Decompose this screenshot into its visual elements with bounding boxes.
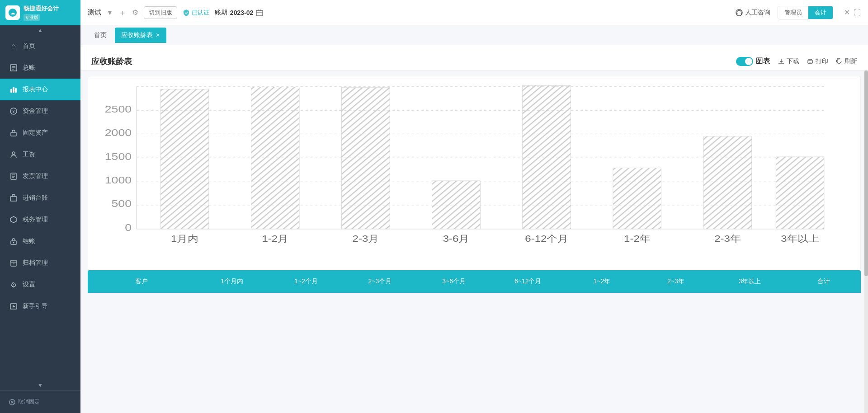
accountant-role-button[interactable]: 会计 <box>808 6 833 19</box>
admin-role-button[interactable]: 管理员 <box>778 6 808 19</box>
company-dropdown-icon[interactable]: ▼ <box>107 9 113 16</box>
tabbar: 首页 应收账龄表 ✕ <box>80 25 868 45</box>
inventory-icon <box>9 193 18 202</box>
company-name: 测试 <box>88 8 101 17</box>
topbar-right: 人工咨询 管理员 会计 ✕ ⛶ <box>735 6 861 19</box>
sidebar-item-inventory[interactable]: 进销台账 <box>0 187 80 209</box>
sidebar-item-settings[interactable]: ⚙ 设置 <box>0 274 80 296</box>
ledger-icon <box>9 63 18 72</box>
calendar-icon[interactable] <box>256 9 263 16</box>
toggle-track[interactable] <box>736 57 753 66</box>
th-3-6m: 3~6个月 <box>417 270 491 293</box>
svg-marker-24 <box>13 305 15 308</box>
company-settings-icon[interactable]: ⚙ <box>132 8 138 17</box>
sidebar-item-assets[interactable]: 固定资产 <box>0 122 80 144</box>
svg-text:1月内: 1月内 <box>171 234 198 244</box>
funds-icon: ¥ <box>9 107 18 116</box>
logo-area: ☁ 畅捷通好会计 专业版 <box>0 0 80 25</box>
headset-icon <box>735 9 743 17</box>
download-button[interactable]: 下载 <box>778 57 799 66</box>
svg-rect-11 <box>11 132 16 136</box>
logo-text: 畅捷通好会计 专业版 <box>24 5 59 21</box>
content-area: 应收账龄表 图表 下载 <box>80 45 868 413</box>
th-2-3y: 2~3年 <box>639 270 713 293</box>
bar-3-6月 <box>432 181 481 229</box>
reports-icon <box>9 85 18 94</box>
tax-icon <box>9 215 18 224</box>
bar-2-3年 <box>703 136 752 229</box>
expand-window-icon[interactable]: ⛶ <box>854 9 861 17</box>
svg-text:2000: 2000 <box>105 127 132 138</box>
svg-text:¥: ¥ <box>12 109 15 114</box>
svg-text:1-2月: 1-2月 <box>262 234 288 244</box>
svg-rect-33 <box>736 13 738 15</box>
svg-rect-34 <box>741 13 742 15</box>
sidebar-bottom: 取消固定 <box>0 390 80 413</box>
sidebar-item-label: 归档管理 <box>23 259 48 267</box>
svg-rect-6 <box>10 89 12 93</box>
svg-text:2500: 2500 <box>105 103 132 115</box>
scrollbar-thumb[interactable] <box>864 70 868 276</box>
sidebar-scroll-up[interactable]: ▲ <box>0 25 80 35</box>
refresh-button[interactable]: 刷新 <box>835 57 857 66</box>
bar-1-2月 <box>251 87 299 229</box>
sidebar-item-tax[interactable]: 税务管理 <box>0 209 80 230</box>
vertical-scrollbar[interactable] <box>864 70 868 413</box>
svg-text:2-3月: 2-3月 <box>353 234 379 244</box>
add-company-icon[interactable]: ＋ <box>118 7 127 18</box>
tab-ar-aging[interactable]: 应收账龄表 ✕ <box>115 28 166 43</box>
shield-icon <box>183 9 190 16</box>
sidebar-item-payroll[interactable]: 工资 <box>0 144 80 165</box>
consult-button[interactable]: 人工咨询 <box>735 9 770 17</box>
sidebar-item-archive[interactable]: 归档管理 <box>0 252 80 274</box>
th-1-2y: 1~2年 <box>565 270 639 293</box>
svg-text:0: 0 <box>125 222 132 233</box>
close-window-icon[interactable]: ✕ <box>844 8 850 17</box>
sidebar-item-reports[interactable]: 报表中心 <box>0 79 80 100</box>
bar-1-2年 <box>613 168 661 229</box>
chart-toggle[interactable]: 图表 <box>736 56 770 66</box>
sidebar-item-funds[interactable]: ¥ 资金管理 <box>0 100 80 122</box>
old-version-button[interactable]: 切到旧版 <box>144 6 177 19</box>
sidebar-item-home[interactable]: ⌂ 首页 <box>0 35 80 57</box>
settings-icon: ⚙ <box>9 280 18 289</box>
print-icon <box>807 58 814 65</box>
th-3y-plus: 3年以上 <box>713 270 787 293</box>
sidebar-item-label: 资金管理 <box>23 107 48 115</box>
sidebar-item-label: 总账 <box>23 64 35 72</box>
sidebar: ☁ 畅捷通好会计 专业版 ▲ ⌂ 首页 总账 报表中心 ¥ <box>0 0 80 413</box>
cancel-fixed-button[interactable]: 取消固定 <box>5 395 75 408</box>
tab-close-icon[interactable]: ✕ <box>156 32 160 38</box>
assets-icon <box>9 128 18 137</box>
sidebar-item-invoice[interactable]: 发票管理 <box>0 165 80 187</box>
svg-rect-17 <box>10 197 17 201</box>
guide-icon <box>9 302 18 311</box>
sidebar-nav: ⌂ 首页 总账 报表中心 ¥ 资金管理 固定资产 <box>0 35 80 380</box>
bar-1月内 <box>160 89 209 229</box>
svg-text:2-3年: 2-3年 <box>714 234 741 244</box>
sidebar-item-closing[interactable]: 结账 <box>0 230 80 252</box>
bar-2-3月 <box>341 88 390 229</box>
bar-6-12月 <box>523 85 571 229</box>
payroll-icon <box>9 150 18 159</box>
table-area: 客户 1个月内 1~2个月 2~3个月 3~6个月 6~12个月 1~2年 2~… <box>88 270 861 293</box>
download-icon <box>778 58 785 65</box>
table-header: 客户 1个月内 1~2个月 2~3个月 3~6个月 6~12个月 1~2年 2~… <box>88 270 861 293</box>
sidebar-item-label: 结账 <box>23 237 35 245</box>
svg-text:☁: ☁ <box>10 10 15 15</box>
th-customer: 客户 <box>88 270 195 293</box>
sidebar-item-label: 新手引导 <box>23 302 48 310</box>
sidebar-item-guide[interactable]: 新手引导 <box>0 296 80 317</box>
invoice-icon <box>9 172 18 181</box>
tab-home-label: 首页 <box>94 31 107 39</box>
sidebar-scroll-down[interactable]: ▼ <box>0 380 80 390</box>
sidebar-item-ledger[interactable]: 总账 <box>0 57 80 79</box>
archive-icon <box>9 258 18 268</box>
main-area: 测试 ▼ ＋ ⚙ 切到旧版 已认证 账期 2023-02 <box>80 0 868 413</box>
print-button[interactable]: 打印 <box>807 57 828 66</box>
sidebar-item-label: 进销台账 <box>23 194 48 202</box>
tab-home[interactable]: 首页 <box>88 28 113 43</box>
sidebar-item-label: 税务管理 <box>23 216 48 224</box>
topbar: 测试 ▼ ＋ ⚙ 切到旧版 已认证 账期 2023-02 <box>80 0 868 25</box>
svg-rect-36 <box>809 62 811 63</box>
